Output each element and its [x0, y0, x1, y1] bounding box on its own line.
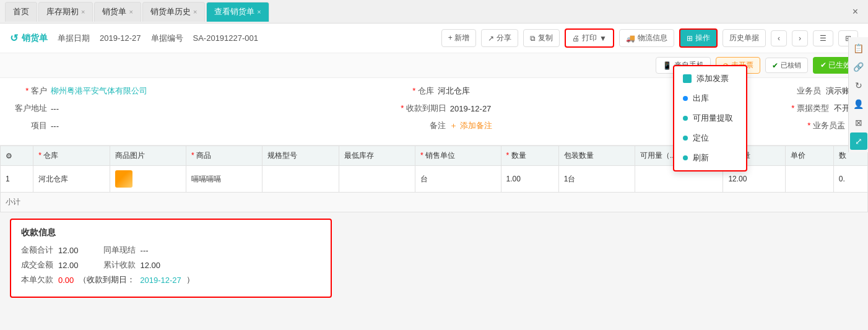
close-tab-sales[interactable]: × [129, 8, 132, 15]
number-label: 单据编号 [151, 33, 183, 44]
col-spec: 规格型号 [263, 146, 339, 166]
col-settings[interactable]: ⚙ [1, 146, 33, 166]
salesperson-label: 业务员盂 [807, 120, 845, 131]
add-notes-link[interactable]: ＋ 添加备注 [449, 120, 492, 131]
col-qty: * 数量 [501, 146, 558, 166]
row-pack-qty: 1台 [558, 166, 635, 193]
copy-icon: ⧉ [530, 34, 536, 43]
row-qty: 1.00 [501, 166, 558, 193]
row-extra: 0. [833, 166, 867, 193]
extract-dot-icon [683, 116, 688, 121]
copy-button[interactable]: ⧉ 复制 [523, 29, 560, 47]
deal-label: 成交金额 [21, 259, 53, 271]
subtotal-row: 小计 [1, 193, 868, 212]
check-icon1[interactable]: ✔ 已核销 [765, 58, 808, 73]
sidebar-expand-icon[interactable]: ⤢ [850, 132, 867, 150]
customer-field: 客户 柳州粤港平安气体有限公司 [10, 85, 397, 97]
due-suffix: ） [186, 274, 194, 285]
row-product-img [110, 166, 186, 193]
tab-home[interactable]: 首页 [5, 2, 37, 22]
total-value: 12.00 [58, 246, 79, 255]
col-product: * 商品 [186, 146, 262, 166]
row-warehouse: 河北仓库 [33, 166, 110, 193]
sidebar-icon-1[interactable]: 📋 [850, 40, 867, 57]
grid-icon: ⊞ [687, 34, 693, 43]
prev-button[interactable]: ‹ [771, 30, 787, 46]
doc-header: ↺ 销货单 单据日期 2019-12-27 单据编号 SA-20191227-0… [0, 24, 868, 53]
check-circle-icon: ✔ [772, 61, 778, 70]
tab-sales-history[interactable]: 销货单历史 × [142, 2, 205, 22]
dropdown-out-stock[interactable]: 出库 [674, 89, 746, 108]
operation-button[interactable]: ⊞ 操作 [679, 28, 718, 48]
deal-value: 12.00 [58, 261, 79, 270]
row-index: 1 [1, 166, 33, 193]
col-price: 单价 [786, 146, 834, 166]
address-field: 客户地址 --- [10, 103, 401, 114]
print-icon: 🖨 [572, 34, 579, 43]
dropdown-refresh[interactable]: 刷新 [674, 148, 746, 168]
share-button[interactable]: ↗ 分享 [481, 29, 518, 47]
next-button[interactable]: › [792, 30, 808, 46]
row-unit: 台 [415, 166, 501, 193]
tab-sales-order[interactable]: 销货单 × [94, 2, 141, 22]
dropdown-add-invoice[interactable]: 添加发票 [674, 69, 746, 89]
tab-inventory-init[interactable]: 库存期初 × [38, 2, 93, 22]
total-label: 金额合计 [21, 245, 53, 256]
due-prefix: （收款到期日： [79, 274, 135, 285]
subtotal-label: 小计 [1, 193, 868, 212]
operation-dropdown: 添加发票 出库 可用量提取 定位 刷新 [673, 65, 747, 172]
project-label: 项目 [10, 120, 47, 131]
same-order-value: --- [141, 246, 149, 255]
logistics-button[interactable]: 🚚 物流信息 [619, 29, 674, 47]
customer-value[interactable]: 柳州粤港平安气体有限公司 [51, 85, 147, 97]
col-min-stock: 最低库存 [339, 146, 415, 166]
dropdown-available-extract[interactable]: 可用量提取 [674, 108, 746, 128]
tab-bar: 首页 库存期初 × 销货单 × 销货单历史 × 查看销货单 × × [0, 0, 868, 24]
warehouse-label: 仓库 [397, 85, 434, 97]
customer-label: 客户 [10, 85, 47, 97]
sidebar-icon-3[interactable]: ↻ [850, 77, 867, 94]
history-button[interactable]: 历史单据 [723, 29, 766, 47]
doc-type-title: ↺ 销货单 [10, 32, 48, 44]
col-product-img: 商品图片 [110, 146, 186, 166]
number-value: SA-20191227-001 [193, 33, 259, 43]
notes-label: 备注 [409, 120, 446, 131]
close-tab-inventory[interactable]: × [81, 8, 85, 15]
col-pack-qty: 包装数量 [558, 146, 635, 166]
close-tab-view[interactable]: × [257, 8, 261, 15]
payment-row-2: 成交金额 12.00 累计收款 12.00 [21, 259, 321, 271]
ticket-label: 票据类型 [791, 103, 829, 114]
staff-label: 业务员 [784, 85, 821, 97]
doc-actions: + 新增 ↗ 分享 ⧉ 复制 🖨 打印 ▼ 🚚 物流信息 ⊞ 操作 [441, 28, 858, 48]
new-button[interactable]: + 新增 [441, 29, 476, 47]
close-main-button[interactable]: × [848, 4, 863, 20]
same-order-label: 同单现结 [103, 245, 136, 256]
total-field: 金额合计 12.00 [21, 245, 79, 256]
row-min-stock [339, 166, 415, 193]
dropdown-locate[interactable]: 定位 [674, 128, 746, 148]
print-button[interactable]: 🖨 打印 ▼ [565, 28, 614, 48]
date-label: 单据日期 [58, 33, 90, 44]
owed-value: 0.00 [58, 276, 74, 285]
col-unit: * 销售单位 [415, 146, 501, 166]
print-dropdown-arrow: ▼ [599, 34, 607, 43]
project-value: --- [51, 121, 59, 131]
cumulative-value: 12.00 [141, 261, 161, 270]
cumulative-label: 累计收款 [103, 259, 136, 271]
sidebar-icon-4[interactable]: 👤 [850, 95, 867, 113]
tab-view-sales[interactable]: 查看销货单 × [206, 2, 269, 22]
close-tab-history[interactable]: × [193, 8, 197, 15]
outstock-dot-icon [683, 96, 688, 101]
col-warehouse: * 仓库 [33, 146, 110, 166]
payment-date-label: 收款到期日 [401, 103, 446, 114]
due-date: 2019-12-27 [140, 276, 181, 285]
payment-section: 收款信息 金额合计 12.00 同单现结 --- 成交金额 12.00 累计收款… [10, 219, 332, 298]
sidebar-icon-5[interactable]: ⊠ [850, 114, 867, 131]
view1-button[interactable]: ☰ [813, 30, 833, 46]
product-image [115, 170, 132, 188]
phone-icon: 📱 [662, 61, 672, 70]
address-value: --- [51, 104, 59, 113]
locate-dot-icon [683, 136, 688, 141]
deal-field: 成交金额 12.00 [21, 259, 79, 271]
sidebar-icon-2[interactable]: 🔗 [850, 58, 867, 76]
